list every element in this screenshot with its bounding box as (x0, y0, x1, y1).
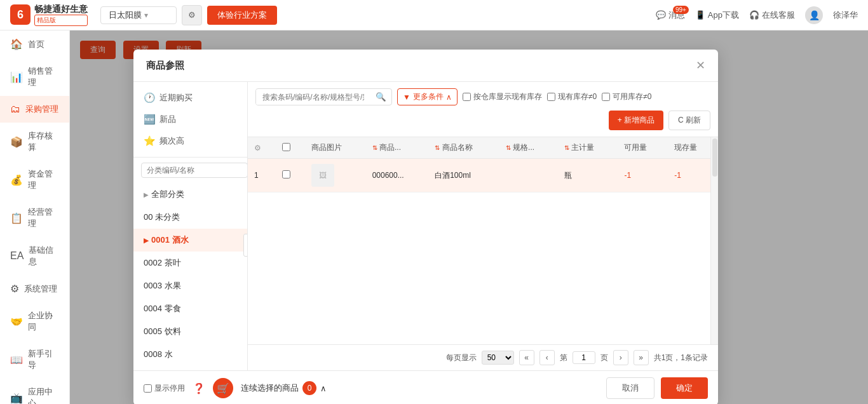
th-unit[interactable]: ⇅ 主计量 (558, 137, 618, 159)
cart-icon: 🛒 (217, 382, 229, 394)
cat-item-drinks[interactable]: 0005 饮料 (133, 320, 247, 343)
username-label: 徐泽华 (833, 10, 858, 21)
cat-item-water[interactable]: 0008 水 (133, 343, 247, 366)
add-product-button[interactable]: + 新增商品 (609, 111, 663, 130)
help-icon[interactable]: ❓ (193, 382, 205, 394)
table-row[interactable]: 1 🖼 000600... 白酒100ml (248, 159, 718, 192)
tab-new[interactable]: 🆕 新品 (133, 109, 247, 130)
warehouse-stock-checkbox[interactable]: 按仓库显示现有库存 (463, 91, 542, 102)
cell-spec (499, 159, 558, 192)
sidebar-label-inventory: 库存核算 (28, 130, 59, 153)
th-spec[interactable]: ⇅ 规格... (499, 137, 558, 159)
th-checkbox[interactable] (276, 137, 305, 159)
vertical-scrollbar[interactable] (710, 137, 718, 344)
cell-checkbox[interactable] (276, 159, 305, 192)
th-available[interactable]: 可用量 (618, 137, 668, 159)
avatar[interactable]: 👤 (805, 6, 823, 24)
headset-icon: 🎧 (749, 10, 759, 20)
current-stock-check-input[interactable] (547, 93, 555, 101)
sort-code-icon: ⇅ (372, 144, 377, 151)
sidebar-label-finance: 资金管理 (28, 168, 59, 191)
app-download-area[interactable]: 📱 App下载 (695, 10, 739, 21)
selected-count-area[interactable]: 连续选择的商品 0 ∧ (241, 381, 327, 395)
show-disabled-checkbox[interactable]: 显示停用 (144, 383, 185, 394)
cancel-button[interactable]: 取消 (606, 377, 654, 399)
more-filter-button[interactable]: ▼ 更多条件 ∧ (397, 88, 458, 105)
cat-item-uncategorized[interactable]: 00 未分类 (133, 206, 247, 229)
sidebar: 🏠 首页 📊 销售管理 🗂 采购管理 📦 库存核算 💰 资金管理 📋 经营管理 … (0, 30, 70, 404)
product-reference-modal: 商品参照 ✕ 🕐 近期购买 🆕 新品 (133, 50, 718, 404)
cat-item-snacks[interactable]: 0004 零食 (133, 297, 247, 320)
cat-item-electronics[interactable]: 0010 家电 (133, 366, 247, 370)
first-page-button[interactable]: « (519, 350, 534, 365)
page-suffix: 页 (600, 353, 608, 363)
refresh-button[interactable]: C 刷新 (668, 111, 710, 130)
next-page-button[interactable]: › (613, 350, 628, 365)
show-disabled-check-input[interactable] (144, 384, 152, 393)
category-search-input[interactable] (141, 163, 248, 178)
sidebar-item-collab[interactable]: 🤝 企业协同 (0, 302, 69, 340)
page-number-input[interactable] (573, 351, 595, 364)
sidebar-item-purchase[interactable]: 🗂 采购管理 (0, 96, 69, 123)
purchase-icon: 🗂 (10, 104, 20, 115)
sidebar-item-operations[interactable]: 📋 经营管理 (0, 199, 69, 237)
product-image: 🖼 (311, 164, 334, 187)
product-search-button[interactable]: 🔍 (370, 89, 391, 105)
sidebar-item-apps[interactable]: 📺 应用中心 (0, 379, 69, 404)
row-checkbox[interactable] (282, 170, 290, 178)
th-code[interactable]: ⇅ 商品... (366, 137, 429, 159)
online-service-area[interactable]: 🎧 在线客服 (749, 10, 795, 21)
footer-right: 取消 确定 (606, 377, 708, 399)
sidebar-item-finance[interactable]: 💰 资金管理 (0, 161, 69, 199)
sidebar-label-guide: 新手引导 (28, 348, 59, 371)
th-image[interactable]: 商品图片 (305, 137, 366, 159)
apps-icon: 📺 (10, 392, 23, 404)
collapse-selected-icon[interactable]: ∧ (320, 384, 327, 393)
product-table: ⚙ 商品图片 ⇅ 商品... (248, 137, 718, 192)
sidebar-item-guide[interactable]: 📖 新手引导 (0, 340, 69, 379)
recent-icon: 🕐 (144, 92, 156, 104)
last-page-button[interactable]: » (634, 350, 649, 365)
th-settings[interactable]: ⚙ (248, 137, 276, 159)
select-all-checkbox[interactable] (282, 143, 290, 151)
cat-item-all[interactable]: ▶ 全部分类 (133, 183, 247, 206)
tab-frequent[interactable]: ⭐ 频次高 (133, 130, 247, 152)
cell-seq: 1 (248, 159, 276, 192)
tab-recent[interactable]: 🕐 近期购买 (133, 87, 247, 109)
cat-item-fruit[interactable]: 0003 水果 (133, 274, 247, 297)
sidebar-label-collab: 企业协同 (28, 310, 59, 333)
operations-icon: 📋 (10, 212, 23, 224)
panel-collapse-button[interactable]: 《 (243, 234, 248, 257)
warehouse-stock-check-input[interactable] (463, 93, 471, 101)
sidebar-item-home[interactable]: 🏠 首页 (0, 30, 69, 58)
sidebar-item-system[interactable]: ⚙ 系统管理 (0, 275, 69, 302)
sidebar-item-basics[interactable]: EA 基础信息 (0, 237, 69, 275)
system-icon: ⚙ (10, 283, 19, 295)
available-stock-check-input[interactable] (602, 93, 610, 101)
available-stock-checkbox[interactable]: 可用库存≠0 (602, 91, 651, 102)
th-name[interactable]: ⇅ 商品名称 (428, 137, 499, 159)
avatar-icon: 👤 (809, 10, 820, 20)
pagination-area: 每页显示 50 10 20 100 « ‹ 第 页 › » (248, 344, 718, 370)
nav-selector[interactable]: 日太阳膜 ▾ (100, 6, 177, 24)
sidebar-item-sales[interactable]: 📊 销售管理 (0, 58, 69, 96)
filter-label: 更多条件 (413, 91, 444, 102)
cart-button[interactable]: 🛒 (213, 378, 233, 398)
per-page-select[interactable]: 50 10 20 100 (482, 351, 514, 365)
main-layout: 🏠 首页 📊 销售管理 🗂 采购管理 📦 库存核算 💰 资金管理 📋 经营管理 … (0, 30, 868, 404)
confirm-button[interactable]: 确定 (661, 377, 708, 399)
cat-item-tea[interactable]: 0002 茶叶 (133, 252, 247, 274)
cat-item-liquor[interactable]: ▶ 0001 酒水 (133, 229, 247, 252)
product-search-input[interactable] (256, 90, 370, 105)
gear-button[interactable]: ⚙ (182, 5, 202, 25)
trial-button[interactable]: 体验行业方案 (207, 6, 277, 25)
frequent-icon: ⭐ (144, 135, 156, 147)
prev-page-button[interactable]: ‹ (539, 350, 555, 365)
modal-close-button[interactable]: ✕ (696, 58, 705, 72)
finance-icon: 💰 (10, 174, 23, 186)
category-panel: 🕐 近期购买 🆕 新品 ⭐ 频次高 (133, 82, 248, 370)
current-stock-checkbox[interactable]: 现有库存≠0 (547, 91, 597, 102)
cat-label-all: 全部分类 (151, 189, 184, 200)
notification-area[interactable]: 💬 消息 99+ (656, 10, 685, 21)
sidebar-item-inventory[interactable]: 📦 库存核算 (0, 123, 69, 161)
